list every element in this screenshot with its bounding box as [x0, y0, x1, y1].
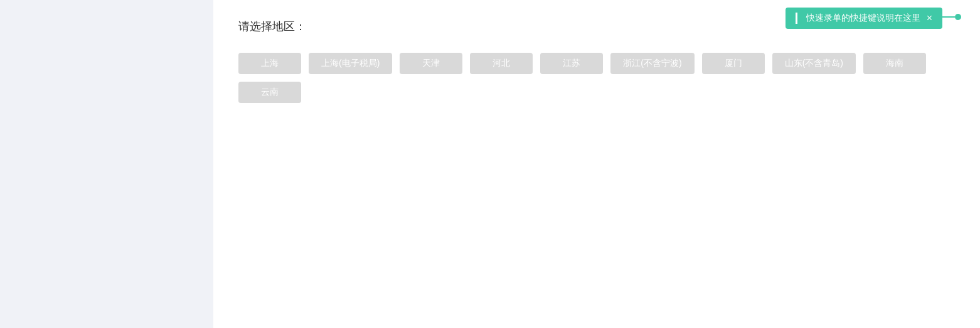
region-button-8[interactable]: 海南	[863, 53, 926, 74]
tooltip-close-button[interactable]: ×	[927, 13, 932, 23]
region-button-4[interactable]: 江苏	[540, 53, 603, 74]
region-button-0[interactable]: 上海	[238, 53, 301, 74]
tooltip-connector-line	[942, 16, 955, 18]
tooltip-banner: 快速录单的快捷键说明在这里 ×	[786, 8, 942, 29]
region-button-9[interactable]: 云南	[238, 82, 301, 103]
region-button-2[interactable]: 天津	[400, 53, 462, 74]
region-buttons-container: 上海上海(电子税局)天津河北江苏浙江(不含宁波)厦门山东(不含青岛)海南云南	[238, 53, 955, 103]
tooltip-connector-dot	[955, 14, 961, 20]
region-button-1[interactable]: 上海(电子税局)	[309, 53, 392, 74]
main-content: 请选择地区： 上海上海(电子税局)天津河北江苏浙江(不含宁波)厦门山东(不含青岛…	[213, 0, 980, 328]
region-button-6[interactable]: 厦门	[702, 53, 765, 74]
tooltip-text: 快速录单的快捷键说明在这里	[806, 13, 920, 24]
region-button-5[interactable]: 浙江(不含宁波)	[610, 53, 694, 74]
region-button-7[interactable]: 山东(不含青岛)	[772, 53, 856, 74]
region-button-3[interactable]: 河北	[470, 53, 533, 74]
left-sidebar	[0, 0, 213, 328]
